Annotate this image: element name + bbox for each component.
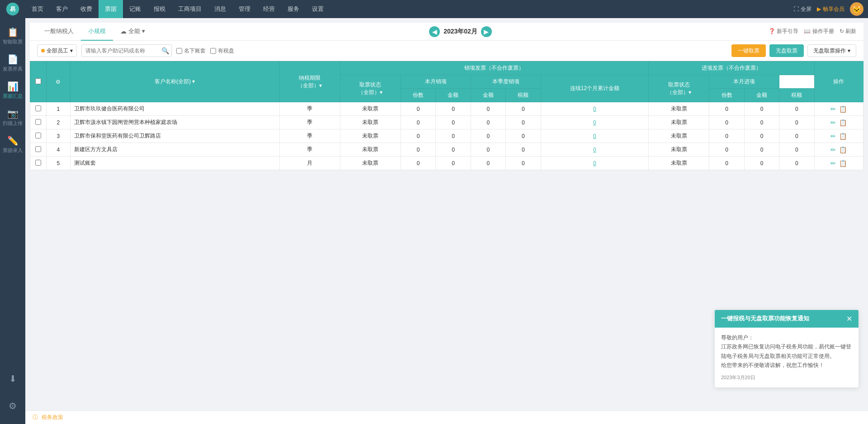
row-check[interactable] xyxy=(30,102,47,116)
sidebar-item-invoice-summary[interactable]: 📊 票据汇总 xyxy=(0,77,25,104)
row-customer-name: 新建区方方文具店 xyxy=(70,143,279,157)
sidebar-item-entry[interactable]: ✏️ 票据录入 xyxy=(0,131,25,158)
nav-manage[interactable]: 管理 xyxy=(232,0,257,18)
view-icon[interactable]: 📋 xyxy=(839,146,847,153)
sidebar-item-scan[interactable]: 📷 扫描上传 xyxy=(0,104,25,131)
nav-invoice[interactable]: 票据 xyxy=(99,0,123,18)
nav-bookkeeping[interactable]: 记账 xyxy=(123,0,147,18)
sidebar-item-download[interactable]: ⬇ xyxy=(0,365,25,392)
tax-disk-checkbox[interactable] xyxy=(210,48,216,54)
toolbar-right: 一键取票 无盘取票 无盘取票操作 ▾ xyxy=(731,44,856,57)
nav-business[interactable]: 工商项目 xyxy=(172,0,208,18)
search-input[interactable] xyxy=(81,44,172,57)
notification-header: 一键报税与无盘取票功能恢复通知 ✕ xyxy=(715,310,859,328)
nav-tax[interactable]: 报税 xyxy=(147,0,172,18)
header-month-sales-shares: 份数 xyxy=(401,89,435,102)
row-cumulative[interactable]: 0 xyxy=(541,129,649,143)
notification-sorry: 给您带来的不便敬请谅解，祝您工作愉快！ xyxy=(721,361,852,370)
no-disk-op-btn[interactable]: 无盘取票操作 ▾ xyxy=(807,44,856,57)
my-accounts-filter[interactable]: 名下账套 xyxy=(176,47,206,55)
fullscreen-btn[interactable]: ⛶ 全屏 xyxy=(793,5,811,13)
row-cumulative[interactable]: 0 xyxy=(541,143,649,157)
edit-icon[interactable]: ✏ xyxy=(830,160,836,167)
vip-btn[interactable]: ▶ 畅享会员 xyxy=(817,5,844,13)
header-purchase-status[interactable]: 取票状态（全部）▾ xyxy=(649,75,709,102)
row-cumulative[interactable]: 0 xyxy=(541,102,649,116)
row-sales-status: 未取票 xyxy=(340,129,401,143)
edit-icon[interactable]: ✏ xyxy=(830,119,836,126)
header-sales-status[interactable]: 取票状态（全部）▾ xyxy=(340,75,401,102)
row-sales-status: 未取票 xyxy=(340,102,401,116)
user-avatar[interactable]: 🐱 xyxy=(850,2,863,16)
vip-icon: ▶ xyxy=(817,6,821,12)
employee-filter[interactable]: 全部员工 ▾ xyxy=(37,44,77,57)
tax-disk-filter[interactable]: 有税盘 xyxy=(210,47,234,55)
row-checkbox[interactable] xyxy=(35,146,41,152)
nav-settings[interactable]: 设置 xyxy=(306,0,330,18)
row-checkbox[interactable] xyxy=(35,160,41,166)
edit-icon[interactable]: ✏ xyxy=(830,105,836,113)
header-tax-period[interactable]: 纳税期限（全部）▾ xyxy=(279,62,340,102)
row-month-amount: 0 xyxy=(436,129,471,143)
edit-icon[interactable]: ✏ xyxy=(830,146,836,153)
edit-icon[interactable]: ✏ xyxy=(830,133,836,140)
select-all-checkbox[interactable] xyxy=(35,78,41,84)
row-check[interactable] xyxy=(30,143,47,157)
sidebar-item-config[interactable]: ⚙ xyxy=(0,392,25,419)
row-month-shares: 0 xyxy=(401,143,435,157)
new-guide-btn[interactable]: ❓ 新手引导 xyxy=(769,28,798,35)
date-next-button[interactable]: ▶ xyxy=(481,26,492,37)
header-customer-name[interactable]: 客户名称(全部) ▾ xyxy=(70,62,279,102)
logo[interactable]: 易 xyxy=(5,1,21,17)
row-purchase-status: 未取票 xyxy=(649,116,709,129)
row-actions: ✏ 📋 xyxy=(814,102,863,116)
header-month-purchase-amount: 金额 xyxy=(744,89,779,102)
header-month-purchase-tax: 税额 xyxy=(779,89,814,102)
row-cumulative[interactable]: 0 xyxy=(541,157,649,170)
search-button[interactable]: 🔍 xyxy=(161,47,169,54)
row-checkbox[interactable] xyxy=(35,133,41,138)
sidebar-item-smart-ticket[interactable]: 📋 智能取票 xyxy=(0,23,25,50)
left-sidebar: 📋 智能取票 📄 发票开具 📊 票据汇总 📷 扫描上传 ✏️ 票据录入 ⬇ ⚙ xyxy=(0,18,25,424)
refresh-btn[interactable]: ↻ 刷新 xyxy=(840,28,856,35)
row-checkbox[interactable] xyxy=(35,119,41,125)
notification-close-button[interactable]: ✕ xyxy=(846,314,852,323)
no-disk-ticket-btn[interactable]: 无盘取票 xyxy=(769,44,804,57)
my-accounts-checkbox[interactable] xyxy=(176,48,182,54)
row-checkbox[interactable] xyxy=(35,105,41,111)
view-icon[interactable]: 📋 xyxy=(839,105,847,113)
row-purchase-shares: 0 xyxy=(709,116,744,129)
manual-btn[interactable]: 📖 操作手册 xyxy=(804,28,834,35)
tab-all-capable[interactable]: ☁ 全能 ▾ xyxy=(113,23,152,41)
cloud-icon: ☁ xyxy=(120,28,127,35)
tab-general-taxpayer[interactable]: 一般纳税人 xyxy=(37,23,81,41)
view-icon[interactable]: 📋 xyxy=(839,160,847,167)
date-prev-button[interactable]: ◀ xyxy=(429,26,440,37)
nav-customer[interactable]: 客户 xyxy=(50,0,74,18)
nav-fee[interactable]: 收费 xyxy=(74,0,99,18)
row-check[interactable] xyxy=(30,129,47,143)
tax-disk-label: 有税盘 xyxy=(218,47,234,55)
row-num: 3 xyxy=(47,129,71,143)
view-icon[interactable]: 📋 xyxy=(839,119,847,126)
notification-date: 2023年3月20日 xyxy=(721,373,852,382)
nav-service[interactable]: 服务 xyxy=(281,0,306,18)
sidebar-bottom: ⬇ ⚙ xyxy=(0,365,25,424)
search-wrap: 🔍 xyxy=(81,44,172,57)
nav-home[interactable]: 首页 xyxy=(25,0,50,18)
tax-policy-link[interactable]: 税务政策 xyxy=(42,414,63,421)
row-check[interactable] xyxy=(30,116,47,129)
row-purchase-status: 未取票 xyxy=(649,129,709,143)
chevron-down-icon: ▾ xyxy=(70,48,73,54)
row-cumulative[interactable]: 0 xyxy=(541,116,649,129)
nav-message[interactable]: 消息 xyxy=(208,0,232,18)
row-period: 季 xyxy=(279,143,340,157)
sidebar-item-invoice-open[interactable]: 📄 发票开具 xyxy=(0,50,25,77)
tab-small-scale[interactable]: 小规模 xyxy=(81,23,113,41)
sidebar-label-smart-ticket: 智能取票 xyxy=(3,38,23,45)
nav-operation[interactable]: 经营 xyxy=(257,0,281,18)
row-check[interactable] xyxy=(30,157,47,170)
one-click-ticket-btn[interactable]: 一键取票 xyxy=(731,44,766,57)
row-quarter-tax: 0 xyxy=(506,102,541,116)
view-icon[interactable]: 📋 xyxy=(839,133,847,140)
